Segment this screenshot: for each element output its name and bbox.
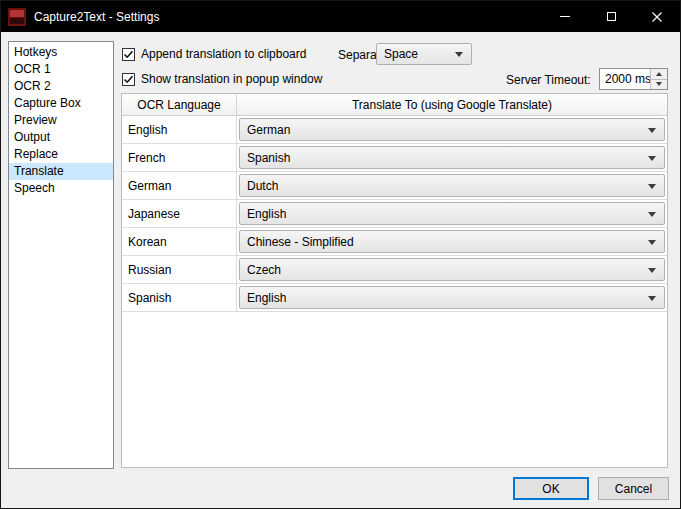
translate-to-value: English	[247, 291, 286, 305]
translate-to-value: Dutch	[247, 179, 278, 193]
dropdown-arrow-icon	[648, 128, 656, 133]
spin-up-button[interactable]	[651, 69, 667, 79]
translate-to-cell: Chinese - Simplified	[237, 228, 667, 255]
server-timeout-label: Server Timeout:	[506, 73, 591, 87]
popup-window-checkbox[interactable]	[122, 73, 135, 86]
close-icon	[652, 12, 662, 22]
spin-down-icon	[656, 82, 662, 86]
translate-to-select[interactable]: English	[239, 286, 665, 309]
dropdown-arrow-icon	[648, 184, 656, 189]
separator-select[interactable]: Space	[376, 43, 472, 65]
translate-to-select[interactable]: English	[239, 202, 665, 225]
header-ocr-language: OCR Language	[122, 94, 237, 115]
sidebar-item-preview[interactable]: Preview	[9, 112, 113, 129]
translate-to-cell: English	[237, 200, 667, 227]
ocr-language-cell: Japanese	[122, 200, 237, 227]
window-title: Capture2Text - Settings	[34, 10, 159, 24]
table-header: OCR Language Translate To (using Google …	[122, 94, 667, 116]
table-row: English German	[122, 116, 667, 144]
maximize-icon	[607, 12, 616, 21]
append-clipboard-label: Append translation to clipboard	[141, 47, 306, 61]
maximize-button[interactable]	[588, 1, 634, 32]
sidebar-item-speech[interactable]: Speech	[9, 180, 113, 197]
server-timeout-spinner	[599, 68, 668, 90]
header-translate-to: Translate To (using Google Translate)	[237, 94, 667, 115]
translate-to-value: Spanish	[247, 151, 290, 165]
sidebar-item-output[interactable]: Output	[9, 129, 113, 146]
translate-to-cell: Dutch	[237, 172, 667, 199]
translate-to-select[interactable]: German	[239, 118, 665, 141]
ok-button[interactable]: OK	[513, 477, 589, 500]
cancel-button[interactable]: Cancel	[598, 477, 669, 500]
checkbox-check-icon	[123, 74, 134, 85]
translate-to-select[interactable]: Czech	[239, 258, 665, 281]
ocr-language-cell: French	[122, 144, 237, 171]
translate-to-value: Czech	[247, 263, 281, 277]
popup-window-row: Show translation in popup window	[122, 71, 322, 87]
translation-table: OCR Language Translate To (using Google …	[121, 93, 668, 468]
translate-to-value: Chinese - Simplified	[247, 235, 354, 249]
sidebar: Hotkeys OCR 1 OCR 2 Capture Box Preview …	[8, 41, 114, 469]
table-row: Spanish English	[122, 284, 667, 312]
checkbox-check-icon	[123, 49, 134, 60]
sidebar-item-ocr-2[interactable]: OCR 2	[9, 78, 113, 95]
translate-to-cell: German	[237, 116, 667, 143]
server-timeout-input[interactable]	[600, 69, 650, 89]
titlebar: Capture2Text - Settings	[1, 1, 680, 32]
translate-to-select[interactable]: Spanish	[239, 146, 665, 169]
sidebar-item-replace[interactable]: Replace	[9, 146, 113, 163]
translate-to-cell: Spanish	[237, 144, 667, 171]
ocr-language-cell: Russian	[122, 256, 237, 283]
dropdown-arrow-icon	[648, 212, 656, 217]
table-row: Korean Chinese - Simplified	[122, 228, 667, 256]
table-row: German Dutch	[122, 172, 667, 200]
popup-window-label: Show translation in popup window	[141, 72, 322, 86]
dropdown-arrow-icon	[648, 268, 656, 273]
minimize-button[interactable]	[542, 1, 588, 32]
dropdown-arrow-icon	[648, 240, 656, 245]
dropdown-arrow-icon	[648, 156, 656, 161]
sidebar-item-translate[interactable]: Translate	[9, 163, 113, 180]
settings-window: Capture2Text - Settings Hotkeys OCR 1 OC…	[0, 0, 681, 509]
ocr-language-cell: English	[122, 116, 237, 143]
sidebar-item-capture-box[interactable]: Capture Box	[9, 95, 113, 112]
dropdown-arrow-icon	[455, 52, 463, 57]
append-clipboard-row: Append translation to clipboard	[122, 46, 306, 62]
spin-down-button[interactable]	[651, 79, 667, 90]
sidebar-item-hotkeys[interactable]: Hotkeys	[9, 44, 113, 61]
translate-to-select[interactable]: Dutch	[239, 174, 665, 197]
close-button[interactable]	[634, 1, 680, 32]
table-row: Japanese English	[122, 200, 667, 228]
translate-to-cell: Czech	[237, 256, 667, 283]
minimize-icon	[560, 16, 570, 17]
translate-to-value: German	[247, 123, 290, 137]
separator-value: Space	[384, 47, 418, 61]
app-icon	[8, 8, 26, 26]
ocr-language-cell: Korean	[122, 228, 237, 255]
spin-up-icon	[656, 72, 662, 76]
window-controls	[542, 1, 680, 32]
dropdown-arrow-icon	[648, 296, 656, 301]
spin-buttons	[650, 69, 667, 89]
translate-to-select[interactable]: Chinese - Simplified	[239, 230, 665, 253]
ocr-language-cell: Spanish	[122, 284, 237, 311]
sidebar-item-ocr-1[interactable]: OCR 1	[9, 61, 113, 78]
table-row: French Spanish	[122, 144, 667, 172]
translate-to-value: English	[247, 207, 286, 221]
append-clipboard-checkbox[interactable]	[122, 48, 135, 61]
ocr-language-cell: German	[122, 172, 237, 199]
table-row: Russian Czech	[122, 256, 667, 284]
translate-to-cell: English	[237, 284, 667, 311]
